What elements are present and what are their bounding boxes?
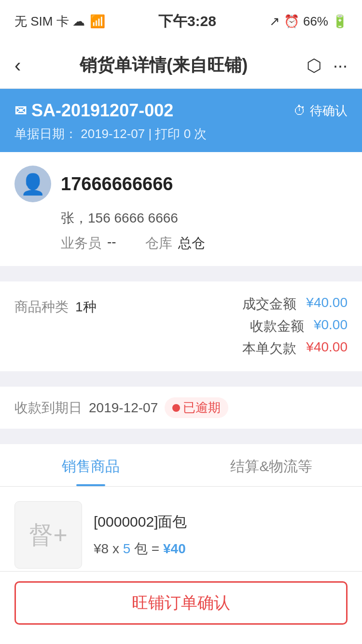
nav-bar: ‹ 销货单详情(来自旺铺) ⬡ ··· [0, 42, 362, 89]
confirm-button[interactable]: 旺铺订单确认 [14, 581, 348, 625]
owed-label: 本单欠款 [242, 339, 296, 358]
product-name: [0000002]面包 [94, 512, 348, 532]
avatar: 👤 [14, 166, 51, 202]
sales-value: -- [107, 234, 116, 252]
unit-price: ¥8 [94, 541, 109, 556]
more-icon[interactable]: ··· [333, 56, 348, 76]
product-price: ¥8 x 5 包 = ¥40 [94, 540, 348, 558]
status-bar-time: 下午3:28 [158, 12, 216, 31]
order-id: ✉ SA-20191207-002 [14, 100, 173, 121]
product-section: 督+ [0000002]面包 ¥8 x 5 包 = ¥40 [0, 487, 362, 583]
product-logo: 督+ [29, 519, 67, 551]
warehouse-label: 仓库 [145, 234, 172, 252]
due-date: 2019-12-07 [89, 400, 158, 416]
received-value: ¥0.00 [314, 317, 348, 336]
clock-icon: ⏱ [293, 103, 306, 118]
due-label: 收款到期日 [14, 399, 82, 417]
order-date: 单据日期： 2019-12-07 | 打印 0 次 [14, 126, 348, 142]
status-bar-right: ↗ ⏰ 66% 🔋 [269, 14, 348, 29]
product-item: 督+ [0000002]面包 ¥8 x 5 包 = ¥40 [0, 487, 362, 583]
nav-actions: ⬡ ··· [306, 56, 348, 76]
equals-sign: = [152, 541, 163, 556]
tab-sales-label: 销售商品 [62, 458, 120, 474]
order-status: ⏱ 待确认 [293, 102, 348, 119]
order-header: ✉ SA-20191207-002 ⏱ 待确认 单据日期： 2019-12-07… [0, 89, 362, 152]
page-title: 销货单详情(来自旺铺) [80, 54, 248, 77]
overdue-badge: 已逾期 [165, 397, 228, 418]
separator-2 [0, 379, 362, 387]
owed-value: ¥40.00 [306, 339, 348, 358]
location-icon: ↗ [269, 14, 280, 29]
warehouse-meta: 仓库 总仓 [145, 234, 205, 252]
separator-3 [0, 436, 362, 444]
status-text: 待确认 [310, 102, 348, 119]
tabs: 销售商品 结算&物流等 [0, 444, 362, 487]
customer-name: 张，156 6666 6666 [61, 209, 348, 227]
alarm-icon: ⏰ [284, 14, 299, 29]
product-image: 督+ [14, 501, 82, 569]
share-icon[interactable]: ⬡ [306, 56, 321, 76]
separator-1 [0, 274, 362, 281]
customer-section: 👤 17666666666 张，156 6666 6666 业务员 -- 仓库 … [0, 152, 362, 266]
sales-label: 业务员 [61, 234, 101, 252]
status-bar: 无 SIM 卡 ☁ 📶 下午3:28 ↗ ⏰ 66% 🔋 [0, 0, 362, 42]
tab-settlement[interactable]: 结算&物流等 [181, 444, 362, 486]
order-id-row: ✉ SA-20191207-002 ⏱ 待确认 [14, 100, 348, 121]
summary-section: 商品种类 1种 成交金额 ¥40.00 收款金额 ¥0.00 本单欠款 ¥40.… [0, 281, 362, 371]
received-row: 收款金额 ¥0.00 [250, 317, 348, 336]
warehouse-value: 总仓 [178, 234, 205, 252]
bottom-bar: 旺铺订单确认 [0, 571, 362, 644]
type-value: 1种 [75, 298, 97, 316]
status-bar-left: 无 SIM 卡 ☁ 📶 [14, 13, 105, 30]
order-icon: ✉ [14, 102, 27, 119]
order-id-text: SA-20191207-002 [31, 100, 173, 121]
customer-phone: 17666666666 [61, 174, 173, 195]
multiply-sign: x [112, 541, 123, 556]
owed-row: 本单欠款 ¥40.00 [242, 339, 348, 358]
battery-level: 66% [303, 14, 328, 29]
received-label: 收款金额 [250, 317, 304, 336]
type-label: 商品种类 [14, 298, 69, 316]
amount-label: 成交金额 [242, 295, 296, 313]
amount-value: ¥40.00 [306, 295, 348, 313]
wifi-icon: 📶 [90, 14, 105, 29]
back-button[interactable]: ‹ [14, 55, 21, 76]
overdue-text: 已逾期 [183, 399, 221, 416]
tab-sales-goods[interactable]: 销售商品 [0, 444, 181, 486]
customer-row: 👤 17666666666 [14, 166, 348, 202]
tab-settlement-label: 结算&物流等 [230, 458, 312, 474]
product-type: 商品种类 1种 [14, 295, 97, 316]
battery-icon: 🔋 [332, 14, 348, 29]
overdue-dot-icon [172, 404, 180, 412]
amounts: 成交金额 ¥40.00 收款金额 ¥0.00 本单欠款 ¥40.00 [242, 295, 348, 358]
sim-status: 无 SIM 卡 ☁ [14, 13, 85, 30]
customer-meta: 业务员 -- 仓库 总仓 [61, 234, 348, 252]
person-icon: 👤 [20, 172, 45, 196]
due-section: 收款到期日 2019-12-07 已逾期 [0, 387, 362, 429]
sales-meta: 业务员 -- [61, 234, 116, 252]
total-price: ¥40 [163, 541, 186, 556]
product-info: [0000002]面包 ¥8 x 5 包 = ¥40 [94, 512, 348, 558]
amount-row: 成交金额 ¥40.00 [242, 295, 348, 313]
unit: 包 [134, 541, 148, 556]
quantity: 5 [123, 541, 131, 556]
